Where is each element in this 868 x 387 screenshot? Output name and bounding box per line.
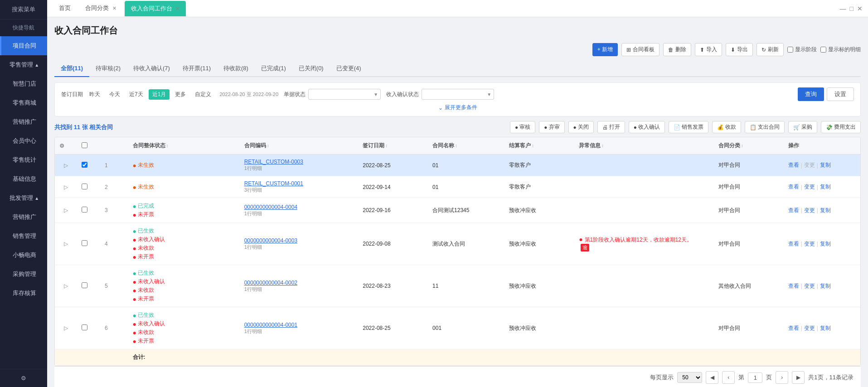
th-check[interactable] xyxy=(77,137,100,155)
current-page-display[interactable]: 1 xyxy=(748,372,762,383)
copy-action[interactable]: 复制 xyxy=(820,324,831,332)
filter-tab-changed[interactable]: 已变更(4) xyxy=(330,61,368,77)
row-expand[interactable]: ▷ xyxy=(55,223,77,265)
export-button[interactable]: ⬇ 导出 xyxy=(726,43,753,56)
edit-action[interactable]: 变更 xyxy=(804,282,815,290)
sidebar-item-marketing2[interactable]: 营销推广 xyxy=(0,208,47,227)
close-table-btn[interactable]: ● 关闭 xyxy=(568,121,594,133)
sidebar-item-marketing[interactable]: 营销推广 xyxy=(0,112,47,131)
sidebar-item-retail-stats[interactable]: 零售统计 xyxy=(0,150,47,169)
th-contract-category[interactable]: 合同分类 xyxy=(714,137,784,155)
copy-action[interactable]: 复制 xyxy=(820,183,831,191)
copy-action[interactable]: 复制 xyxy=(820,207,831,214)
contract-code-link[interactable]: RETAIL_CUSTOM-0001 xyxy=(244,180,303,187)
audit-btn[interactable]: ● 审核 xyxy=(510,121,535,133)
show-mark-checkbox[interactable] xyxy=(820,47,826,53)
filter-tab-pending-income[interactable]: 待收入确认(7) xyxy=(127,61,176,77)
sidebar-item-wholesale-mgmt[interactable]: 批发管理 ▲ xyxy=(0,189,47,208)
view-action[interactable]: 查看 xyxy=(788,183,799,191)
row-checkbox[interactable] xyxy=(82,240,87,246)
sidebar-item-retail-mall[interactable]: 零售商城 xyxy=(0,93,47,112)
contract-code-link[interactable]: 0000000000004-0003 xyxy=(244,237,297,244)
copy-action[interactable]: 复制 xyxy=(820,161,831,169)
delete-button[interactable]: 🗑 删除 xyxy=(663,43,691,56)
date-yesterday[interactable]: 昨天 xyxy=(86,89,104,100)
th-settlement-customer[interactable]: 结算客户 xyxy=(504,137,574,155)
tab-contract-category[interactable]: 合同分类 ✕ xyxy=(79,0,123,17)
copy-action[interactable]: 复制 xyxy=(820,282,831,290)
sidebar-quick-nav[interactable]: 快捷导航 xyxy=(0,19,47,36)
row-checkbox[interactable] xyxy=(82,282,87,288)
sidebar-item-purchase-mgmt[interactable]: 采购管理 xyxy=(0,265,47,284)
th-error-info[interactable]: 异常信息 xyxy=(574,137,714,155)
sidebar-search[interactable]: 搜索菜单 xyxy=(0,0,47,19)
add-button[interactable]: + 新增 xyxy=(592,43,618,56)
row-checkbox-cell[interactable] xyxy=(77,223,100,265)
row-checkbox[interactable] xyxy=(82,324,87,330)
row-checkbox[interactable] xyxy=(82,184,87,189)
th-settings[interactable]: ⚙ xyxy=(55,137,77,155)
row-checkbox-cell[interactable] xyxy=(77,265,100,307)
refresh-button[interactable]: ↻ 刷新 xyxy=(756,43,784,56)
minimize-btn[interactable]: — xyxy=(840,5,846,12)
row-checkbox-cell[interactable] xyxy=(77,155,100,176)
contract-code-link[interactable]: RETAIL_CUSTOM-0003 xyxy=(244,159,303,165)
filter-tab-pending-payment[interactable]: 待收款(8) xyxy=(217,61,255,77)
sidebar-item-xiaochang[interactable]: 小畅电商 xyxy=(0,246,47,265)
filter-tab-pending-invoice[interactable]: 待开票(11) xyxy=(176,61,217,77)
edit-action[interactable]: 变更 xyxy=(804,240,815,248)
th-contract-status[interactable]: 合同整体状态 xyxy=(128,137,240,155)
row-checkbox-cell[interactable] xyxy=(77,198,100,223)
edit-action[interactable]: 变更 xyxy=(804,161,815,169)
tab-home[interactable]: 首页 xyxy=(53,0,77,17)
tab-close-contract-category[interactable]: ✕ xyxy=(112,5,116,11)
maximize-btn[interactable]: □ xyxy=(850,5,853,12)
sidebar-settings[interactable]: ⚙ xyxy=(0,369,47,387)
row-expand[interactable]: ▷ xyxy=(55,155,77,176)
page-size-select[interactable]: 50 20 100 xyxy=(677,372,702,383)
date-today[interactable]: 今天 xyxy=(106,89,124,100)
edit-action[interactable]: 变更 xyxy=(804,207,815,214)
filter-tab-completed[interactable]: 已完成(1) xyxy=(255,61,292,77)
abandon-btn[interactable]: ● 弃审 xyxy=(539,121,564,133)
th-sign-date[interactable]: 签订日期 xyxy=(358,137,428,155)
filter-tab-closed[interactable]: 已关闭(0) xyxy=(292,61,330,77)
collection-btn[interactable]: 💰 收款 xyxy=(712,121,741,133)
doc-status-select[interactable] xyxy=(308,89,381,100)
expand-more-conditions[interactable]: ⌄ 展开更多条件 xyxy=(438,104,477,111)
view-action[interactable]: 查看 xyxy=(788,240,799,248)
filter-tab-pending-review[interactable]: 待审核(2) xyxy=(89,61,127,77)
first-page-btn[interactable]: ◀ xyxy=(706,371,718,384)
income-confirm-select[interactable] xyxy=(422,89,494,100)
purchase-btn[interactable]: 🛒 采购 xyxy=(788,121,817,133)
row-expand[interactable]: ▷ xyxy=(55,176,77,198)
income-confirm-btn[interactable]: ● 收入确认 xyxy=(629,121,665,133)
import-button[interactable]: ⬆ 导入 xyxy=(695,43,722,56)
view-action[interactable]: 查看 xyxy=(788,207,799,214)
row-expand[interactable]: ▷ xyxy=(55,198,77,223)
sidebar-item-inventory[interactable]: 库存核算 xyxy=(0,284,47,303)
th-contract-name[interactable]: 合同名称 xyxy=(428,137,504,155)
contract-code-link[interactable]: 0000000000004-0004 xyxy=(244,204,297,210)
expense-out-btn[interactable]: 💸 费用支出 xyxy=(821,121,861,133)
date-last1month[interactable]: 近1月 xyxy=(149,89,170,100)
show-stage-checkbox[interactable] xyxy=(787,47,793,53)
contract-board-button[interactable]: ⊞ 合同看板 xyxy=(621,43,659,56)
print-btn[interactable]: 🖨 打开 xyxy=(597,121,625,133)
th-contract-code[interactable]: 合同编码 xyxy=(240,137,359,155)
sales-invoice-btn[interactable]: 📄 销售发票 xyxy=(669,121,708,133)
prev-page-btn[interactable]: ‹ xyxy=(722,371,735,384)
date-custom[interactable]: 自定义 xyxy=(191,89,215,100)
tab-income-workbench[interactable]: 收入合同工作台 ✕ xyxy=(125,1,186,16)
filter-setting-button[interactable]: 设置 xyxy=(827,87,854,101)
sidebar-item-smart-store[interactable]: 智慧门店 xyxy=(0,74,47,93)
date-last7days[interactable]: 近7天 xyxy=(126,89,147,100)
row-checkbox[interactable] xyxy=(82,162,87,168)
sidebar-item-project-contract[interactable]: 项目合同 xyxy=(0,36,47,55)
column-settings-icon[interactable]: ⚙ xyxy=(59,143,64,149)
show-stage-check[interactable]: 显示阶段 xyxy=(787,46,817,53)
view-action[interactable]: 查看 xyxy=(788,282,799,290)
close-btn[interactable]: ✕ xyxy=(857,5,863,12)
sidebar-item-sales-mgmt[interactable]: 销售管理 xyxy=(0,227,47,246)
contract-code-link[interactable]: 0000000000004-0002 xyxy=(244,280,297,286)
